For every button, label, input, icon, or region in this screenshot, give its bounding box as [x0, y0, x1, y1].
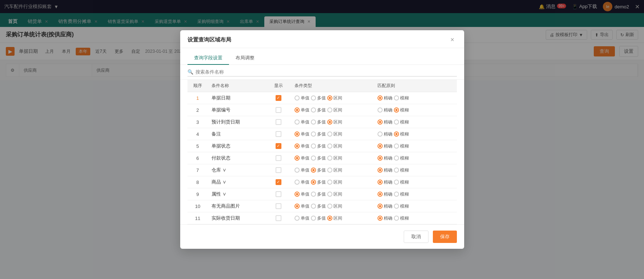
modal-overlay: 设置查询区域布局 × 查询字段设置 布局调整 🔍 顺序 条件名称 显示 [0, 0, 644, 80]
modal-close-btn[interactable]: × [448, 35, 457, 44]
table-head-row: 顺序 条件名称 显示 条件类型 匹配原则 [187, 80, 457, 80]
modal-title: 设置查询区域布局 [187, 36, 231, 43]
modal-search-area: 🔍 [180, 65, 464, 80]
modal-tabs: 查询字段设置 布局调整 [180, 48, 464, 65]
th-rule: 匹配原则 [374, 80, 457, 80]
modal-dialog: 设置查询区域布局 × 查询字段设置 布局调整 🔍 顺序 条件名称 显示 [180, 30, 464, 80]
th-type: 条件类型 [291, 80, 374, 80]
modal-tab-field-settings[interactable]: 查询字段设置 [187, 52, 229, 65]
search-icon: 🔍 [187, 69, 193, 75]
conditions-table: 顺序 条件名称 显示 条件类型 匹配原则 1单据日期单值多值区间精确模糊2单据编… [187, 80, 457, 80]
modal-table-area: 顺序 条件名称 显示 条件类型 匹配原则 1单据日期单值多值区间精确模糊2单据编… [180, 80, 464, 80]
th-name: 条件名称 [208, 80, 266, 80]
th-order: 顺序 [187, 80, 208, 80]
modal-header: 设置查询区域布局 × [180, 30, 464, 48]
search-input[interactable] [195, 69, 457, 75]
th-show: 显示 [266, 80, 291, 80]
modal-tab-layout-adjust[interactable]: 布局调整 [229, 52, 261, 65]
table-head: 顺序 条件名称 显示 条件类型 匹配原则 [187, 80, 457, 80]
